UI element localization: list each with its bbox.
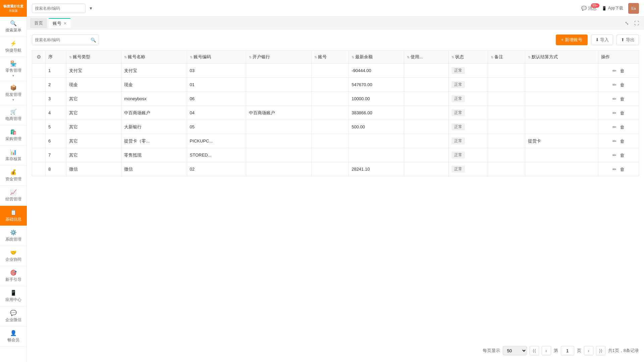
- col-code[interactable]: ⇅账号编码: [187, 51, 246, 64]
- col-name[interactable]: ⇅账号名称: [121, 51, 187, 64]
- delete-button-5[interactable]: 🗑: [620, 138, 625, 144]
- edit-button-4[interactable]: ✏: [612, 124, 616, 130]
- sidebar-item-purchase-manage[interactable]: 🛍️ 采购管理: [0, 125, 27, 145]
- delete-button-4[interactable]: 🗑: [620, 124, 625, 130]
- tab-close-icon[interactable]: ✕: [63, 21, 67, 26]
- edit-button-3[interactable]: ✏: [612, 110, 616, 116]
- last-page-button[interactable]: ⟩⟩: [596, 346, 605, 355]
- delete-button-7[interactable]: 🗑: [620, 167, 625, 172]
- col-bank[interactable]: ⇅开户银行: [246, 51, 311, 64]
- cell-balance-5: [349, 134, 404, 148]
- import-button[interactable]: ⬇ 导入: [591, 35, 613, 45]
- first-page-button[interactable]: ⟨⟨: [530, 346, 539, 355]
- cell-name-6: 零售抵现: [121, 148, 187, 162]
- toolbar: 🔍 + 新增账号 ⬇ 导入 ⬆ 导出: [32, 35, 639, 45]
- avatar[interactable]: Ea: [628, 3, 639, 14]
- add-account-button[interactable]: + 新增账号: [556, 35, 588, 45]
- delete-button-1[interactable]: 🗑: [620, 82, 625, 87]
- sidebar-item-enterprise-wechat[interactable]: 💬 企业微信: [0, 306, 27, 326]
- tab-home[interactable]: 首页: [30, 18, 47, 28]
- sidebar-item-enterprise-agreement[interactable]: 🤝 企业协同: [0, 246, 27, 266]
- app-download-button[interactable]: 📱 App下载: [602, 5, 623, 11]
- tab-home-label: 首页: [34, 20, 43, 26]
- delete-button-2[interactable]: 🗑: [620, 96, 625, 102]
- message-badge: 99+: [591, 3, 599, 8]
- dropdown-button[interactable]: ▼: [89, 6, 93, 11]
- cell-remark-6: [488, 148, 525, 162]
- cell-type-3: 其它: [66, 106, 121, 120]
- cell-remark-7: [488, 162, 525, 176]
- tab-restore-button[interactable]: ⤡: [623, 19, 631, 27]
- message-button[interactable]: 💬 消息 99+: [581, 5, 597, 11]
- cell-code-1: 01: [187, 78, 246, 92]
- tab-account[interactable]: 账号 ✕: [49, 18, 71, 28]
- delete-button-6[interactable]: 🗑: [620, 153, 625, 158]
- col-default-payment[interactable]: ⇅默认结算方式: [525, 51, 598, 64]
- cell-no-6: 7: [46, 148, 66, 162]
- sidebar-icon-inventory: 📊: [10, 149, 17, 155]
- edit-button-0[interactable]: ✏: [612, 68, 616, 73]
- export-button[interactable]: ⬆ 导出: [616, 35, 639, 45]
- sidebar-label-wholesale-manage: 批发管理: [5, 92, 21, 98]
- col-balance[interactable]: ⇅最新余额: [349, 51, 404, 64]
- sidebar-item-ecommerce-manage[interactable]: 🛒 电商管理: [0, 105, 27, 125]
- top-search-input[interactable]: [32, 4, 86, 13]
- edit-button-5[interactable]: ✏: [612, 138, 616, 144]
- sidebar-item-basic-info[interactable]: 📋 基础信息: [0, 206, 27, 226]
- cell-name-2: moneybosx: [121, 92, 187, 106]
- status-badge-6: 正常: [451, 152, 465, 159]
- status-badge-4: 正常: [451, 123, 465, 130]
- cell-name-3: 中百商场账户: [121, 106, 187, 120]
- next-page-button[interactable]: ›: [584, 346, 593, 355]
- search-button[interactable]: 🔍: [88, 35, 99, 45]
- header-left: ▼: [32, 4, 93, 13]
- sidebar-label-ops-manage: 经营管理: [5, 196, 21, 202]
- sidebar-label-app-center: 应用中心: [5, 297, 21, 303]
- edit-button-6[interactable]: ✏: [612, 153, 616, 158]
- download-icon: 📱: [602, 6, 607, 11]
- cell-default-payment-6: [525, 148, 598, 162]
- settings-icon[interactable]: ⚙: [37, 54, 41, 60]
- tab-bar: 首页 账号 ✕ ⤡ ⛶: [27, 17, 644, 29]
- sidebar-icon-beginner-guide: 🎯: [10, 269, 17, 276]
- sidebar-item-fund-manage[interactable]: 💰 资金管理: [0, 166, 27, 186]
- delete-button-0[interactable]: 🗑: [620, 68, 625, 73]
- sidebar-item-beginner-guide[interactable]: 🎯 新手引导: [0, 266, 27, 286]
- cell-usage-5: [404, 134, 448, 148]
- tab-fullscreen-button[interactable]: ⛶: [633, 19, 641, 27]
- page-size-select[interactable]: 50 10 20 100: [503, 346, 527, 355]
- prev-page-button[interactable]: ‹: [542, 346, 551, 355]
- cell-settings-2: [32, 92, 46, 106]
- cell-no-4: 5: [46, 120, 66, 134]
- edit-button-7[interactable]: ✏: [612, 167, 616, 172]
- cell-bank-4: [246, 120, 311, 134]
- cell-settings-6: [32, 148, 46, 162]
- table-row: 1 支付宝 支付宝 03 -90444.00 正常 ✏ 🗑: [32, 64, 639, 78]
- edit-button-1[interactable]: ✏: [612, 82, 616, 87]
- edit-button-2[interactable]: ✏: [612, 96, 616, 102]
- col-type[interactable]: ⇅账号类型: [66, 51, 121, 64]
- sidebar-item-retail-manage[interactable]: 🏪 零售管理 ▼: [0, 57, 27, 81]
- col-status[interactable]: ⇅状态: [449, 51, 488, 64]
- cell-account-2: [312, 92, 349, 106]
- sidebar-item-ops-manage[interactable]: 📈 经营管理: [0, 186, 27, 206]
- cell-bank-6: [246, 148, 311, 162]
- delete-button-3[interactable]: 🗑: [620, 110, 625, 116]
- col-account[interactable]: ⇅账号: [312, 51, 349, 64]
- col-remark[interactable]: ⇅备注: [488, 51, 525, 64]
- sidebar-item-member[interactable]: 👤 畅会员: [0, 326, 27, 347]
- search-input[interactable]: [32, 35, 88, 45]
- sidebar-item-app-center[interactable]: 📱 应用中心: [0, 286, 27, 306]
- sidebar-item-search[interactable]: 🔍 搜索菜单: [0, 17, 27, 37]
- sidebar-item-wholesale-manage[interactable]: 📦 批发管理 ▼: [0, 81, 27, 105]
- sidebar-label-basic-info: 基础信息: [5, 217, 21, 222]
- cell-name-1: 现金: [121, 78, 187, 92]
- page-input[interactable]: [561, 346, 574, 355]
- toolbar-right: + 新增账号 ⬇ 导入 ⬆ 导出: [556, 35, 639, 45]
- sidebar-item-quick-nav[interactable]: ⚡ 快捷导航: [0, 37, 27, 57]
- col-settings[interactable]: ⚙: [32, 51, 46, 64]
- col-usage[interactable]: ⇅使用...: [404, 51, 448, 64]
- cell-status-5: 正常: [449, 134, 488, 148]
- sidebar-item-system-manage[interactable]: ⚙️ 系统管理: [0, 226, 27, 246]
- sidebar-item-inventory[interactable]: 📊 库存核算: [0, 145, 27, 166]
